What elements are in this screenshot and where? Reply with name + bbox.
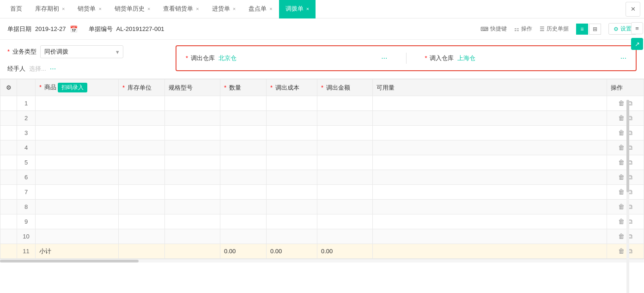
- list-view-button[interactable]: ≡: [576, 24, 588, 35]
- row-qty-cell[interactable]: [220, 126, 267, 140]
- tab-purchase-order[interactable]: 进货单 ×: [206, 0, 242, 18]
- row-product-cell[interactable]: [36, 185, 119, 200]
- row-cost-cell[interactable]: [267, 200, 317, 214]
- row-unit-cell[interactable]: [119, 111, 165, 126]
- row-spec-cell[interactable]: [165, 111, 220, 126]
- row-product-cell[interactable]: [36, 126, 119, 140]
- row-product-cell[interactable]: [36, 214, 119, 229]
- row-spec-cell[interactable]: [165, 126, 220, 140]
- row-cost-cell[interactable]: [267, 214, 317, 229]
- row-product-cell[interactable]: [36, 170, 119, 185]
- row-amount-cell[interactable]: [317, 140, 373, 155]
- warehouse-out-more-icon[interactable]: ···: [381, 54, 387, 62]
- tab-inventory-count[interactable]: 盘点单 ×: [242, 0, 279, 18]
- row-spec-cell[interactable]: [165, 214, 220, 229]
- row-amount-cell[interactable]: [317, 126, 373, 140]
- tab-home[interactable]: 首页: [4, 0, 29, 18]
- row-qty-cell[interactable]: [220, 140, 267, 155]
- operations-action[interactable]: ⚏ 操作: [514, 25, 532, 33]
- row-product-cell[interactable]: [36, 229, 119, 244]
- row-spec-cell[interactable]: [165, 185, 220, 200]
- delete-icon[interactable]: 🗑: [618, 203, 625, 210]
- delete-icon[interactable]: 🗑: [618, 188, 625, 195]
- row-product-cell[interactable]: [36, 155, 119, 170]
- notes-icon[interactable]: ≡: [631, 22, 643, 34]
- scan-entry-button[interactable]: 扫码录入: [58, 83, 87, 92]
- row-unit-cell[interactable]: [119, 200, 165, 214]
- row-cost-cell[interactable]: [267, 111, 317, 126]
- row-qty-cell[interactable]: [220, 96, 267, 111]
- row-qty-cell[interactable]: [220, 200, 267, 214]
- tab-sales-order-close[interactable]: ×: [98, 6, 101, 12]
- tab-purchase-order-close[interactable]: ×: [233, 6, 236, 12]
- person-input[interactable]: 选择...: [29, 65, 46, 73]
- row-cost-cell[interactable]: [267, 140, 317, 155]
- row-product-cell[interactable]: [36, 111, 119, 126]
- delete-icon[interactable]: 🗑: [618, 99, 625, 107]
- row-qty-cell[interactable]: [220, 111, 267, 126]
- tab-transfer-close[interactable]: ×: [306, 6, 309, 12]
- row-product-cell[interactable]: [36, 96, 119, 111]
- row-unit-cell[interactable]: [119, 126, 165, 140]
- row-product-cell[interactable]: [36, 200, 119, 214]
- row-unit-cell[interactable]: [119, 140, 165, 155]
- tab-transfer[interactable]: 调拨单 ×: [279, 0, 316, 18]
- delete-icon[interactable]: 🗑: [618, 218, 625, 225]
- row-cost-cell[interactable]: [267, 96, 317, 111]
- business-type-select[interactable]: 同价调拨 ▾: [40, 45, 123, 58]
- grid-view-button[interactable]: ⊞: [589, 24, 601, 35]
- row-unit-cell[interactable]: [119, 170, 165, 185]
- th-gear[interactable]: ⚙: [0, 79, 17, 96]
- row-amount-cell[interactable]: [317, 155, 373, 170]
- person-more-icon[interactable]: ···: [50, 65, 56, 73]
- row-spec-cell[interactable]: [165, 140, 220, 155]
- expand-icon[interactable]: ↗: [631, 38, 643, 50]
- row-unit-cell[interactable]: [119, 185, 165, 200]
- tab-inventory-count-close[interactable]: ×: [269, 6, 272, 12]
- delete-icon[interactable]: 🗑: [618, 144, 625, 151]
- row-spec-cell[interactable]: [165, 155, 220, 170]
- row-amount-cell[interactable]: [317, 170, 373, 185]
- delete-icon[interactable]: 🗑: [618, 232, 625, 240]
- warehouse-in-value[interactable]: 上海仓: [457, 54, 613, 62]
- row-amount-cell[interactable]: [317, 200, 373, 214]
- delete-icon[interactable]: 🗑: [618, 129, 625, 136]
- delete-icon[interactable]: 🗑: [618, 173, 625, 181]
- row-amount-cell[interactable]: [317, 229, 373, 244]
- row-cost-cell[interactable]: [267, 155, 317, 170]
- row-amount-cell[interactable]: [317, 111, 373, 126]
- row-cost-cell[interactable]: [267, 170, 317, 185]
- row-unit-cell[interactable]: [119, 96, 165, 111]
- tab-inventory-init[interactable]: 库存期初 ×: [29, 0, 71, 18]
- row-cost-cell[interactable]: [267, 126, 317, 140]
- row-qty-cell[interactable]: [220, 229, 267, 244]
- tab-sales-history[interactable]: 销货单历史 ×: [108, 0, 157, 18]
- tab-inventory-init-close[interactable]: ×: [62, 6, 65, 12]
- row-unit-cell[interactable]: [119, 214, 165, 229]
- tab-view-sales[interactable]: 查看销货单 ×: [157, 0, 205, 18]
- row-qty-cell[interactable]: [220, 155, 267, 170]
- row-cost-cell[interactable]: [267, 185, 317, 200]
- row-spec-cell[interactable]: [165, 229, 220, 244]
- row-unit-cell[interactable]: [119, 155, 165, 170]
- row-amount-cell[interactable]: [317, 96, 373, 111]
- calendar-icon[interactable]: 📅: [70, 25, 78, 33]
- row-qty-cell[interactable]: [220, 185, 267, 200]
- tab-sales-order[interactable]: 销货单 ×: [71, 0, 108, 18]
- vertical-scrollbar[interactable]: [626, 100, 629, 262]
- row-spec-cell[interactable]: [165, 200, 220, 214]
- tab-view-sales-close[interactable]: ×: [196, 6, 199, 12]
- vertical-scrollbar-thumb[interactable]: [626, 100, 629, 192]
- row-amount-cell[interactable]: [317, 185, 373, 200]
- row-cost-cell[interactable]: [267, 229, 317, 244]
- row-spec-cell[interactable]: [165, 96, 220, 111]
- row-amount-cell[interactable]: [317, 214, 373, 229]
- row-spec-cell[interactable]: [165, 170, 220, 185]
- tab-sales-history-close[interactable]: ×: [147, 6, 150, 12]
- scrollbar-thumb[interactable]: [0, 260, 139, 262]
- warehouse-out-value[interactable]: 北京仓: [219, 54, 374, 62]
- row-unit-cell[interactable]: [119, 229, 165, 244]
- delete-icon[interactable]: 🗑: [618, 114, 625, 122]
- row-qty-cell[interactable]: [220, 170, 267, 185]
- delete-icon[interactable]: 🗑: [618, 247, 625, 255]
